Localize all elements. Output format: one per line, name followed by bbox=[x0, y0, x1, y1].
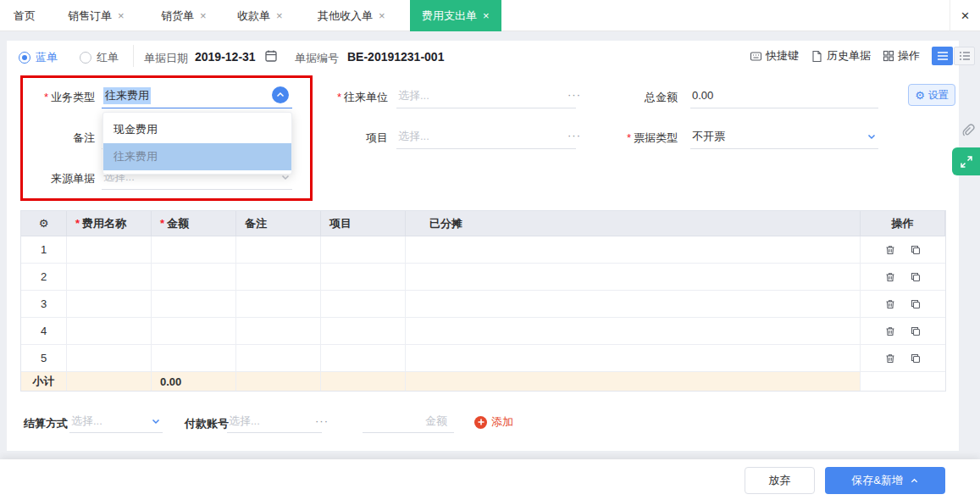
view-toggle-detail[interactable] bbox=[954, 47, 975, 65]
tab-expense-payment-active[interactable]: 费用支出单× bbox=[410, 0, 501, 31]
cell-remark[interactable] bbox=[236, 291, 321, 317]
cell-project[interactable] bbox=[321, 264, 406, 290]
cell-allocated bbox=[406, 264, 861, 290]
add-payment-button[interactable]: 添加 bbox=[474, 414, 513, 430]
payment-account-more-icon[interactable]: ··· bbox=[315, 414, 329, 427]
business-type-select[interactable]: 往来费用 bbox=[102, 83, 292, 108]
header-text: 金额 bbox=[167, 216, 189, 231]
partner-placeholder: 选择... bbox=[398, 88, 429, 103]
copy-row-icon[interactable] bbox=[910, 298, 922, 310]
cell-amount[interactable] bbox=[152, 345, 236, 371]
paperclip-attachment-icon[interactable] bbox=[961, 123, 976, 138]
invoice-type-select[interactable]: 不开票 bbox=[690, 124, 878, 149]
cell-expense-name[interactable] bbox=[67, 264, 152, 290]
view-toggle-list-active[interactable] bbox=[932, 47, 953, 65]
payment-amount-input[interactable]: 金额 bbox=[363, 409, 454, 433]
tab-receipt[interactable]: 收款单× bbox=[237, 0, 283, 31]
save-and-new-button[interactable]: 保存&新增 bbox=[825, 467, 945, 494]
tab-close-icon[interactable]: × bbox=[379, 9, 385, 22]
tab-sales-order[interactable]: 销售订单× bbox=[68, 0, 125, 31]
tab-bar: 首页 销售订单× 销货单× 收款单× 其他收入单× 费用支出单× × bbox=[0, 0, 980, 31]
cell-project[interactable] bbox=[321, 318, 406, 344]
partner-label: *往来单位 bbox=[327, 91, 388, 104]
settlement-method-select[interactable]: 选择... bbox=[69, 409, 163, 433]
tab-other-income[interactable]: 其他收入单× bbox=[318, 0, 385, 31]
cell-remark[interactable] bbox=[236, 318, 321, 344]
tab-close-icon[interactable]: × bbox=[483, 9, 490, 22]
tab-close-icon[interactable]: × bbox=[200, 9, 207, 22]
delete-row-icon[interactable] bbox=[884, 298, 896, 310]
column-settings-gear-icon[interactable]: ⚙ bbox=[21, 211, 67, 236]
required-mark: * bbox=[44, 91, 48, 103]
radio-selected-icon[interactable] bbox=[19, 52, 30, 64]
copy-row-icon[interactable] bbox=[910, 353, 922, 364]
dropdown-option-transaction-expense[interactable]: 往来费用 bbox=[103, 143, 291, 170]
payment-amount-placeholder: 金额 bbox=[425, 414, 447, 429]
project-more-icon[interactable]: ··· bbox=[568, 129, 581, 142]
history-docs-button[interactable]: 历史单据 bbox=[811, 48, 871, 64]
cell-project[interactable] bbox=[321, 291, 406, 317]
settings-button[interactable]: ⚙ 设置 bbox=[908, 84, 955, 106]
tab-home[interactable]: 首页 bbox=[14, 0, 36, 31]
cell-expense-name[interactable] bbox=[67, 345, 152, 371]
radio-red-doc[interactable]: 红单 bbox=[80, 50, 119, 65]
dropdown-option-cash-expense[interactable]: 现金费用 bbox=[103, 116, 291, 143]
total-amount-field[interactable]: 0.00 bbox=[690, 83, 878, 108]
doc-date-label: 单据日期 bbox=[144, 51, 188, 66]
tab-close-icon[interactable]: × bbox=[276, 9, 283, 22]
delete-row-icon[interactable] bbox=[884, 325, 896, 337]
tab-close-icon[interactable]: × bbox=[118, 9, 125, 22]
cell-expense-name[interactable] bbox=[67, 236, 152, 263]
calendar-icon[interactable] bbox=[264, 49, 278, 63]
cell-project[interactable] bbox=[321, 345, 406, 371]
delete-row-icon[interactable] bbox=[884, 271, 896, 283]
radio-unselected-icon[interactable] bbox=[80, 52, 91, 64]
cell-amount[interactable] bbox=[152, 291, 236, 317]
delete-row-icon[interactable] bbox=[884, 244, 896, 256]
cell-allocated bbox=[406, 236, 861, 263]
copy-row-icon[interactable] bbox=[910, 244, 922, 256]
radio-red-label[interactable]: 红单 bbox=[97, 50, 119, 65]
expand-fullscreen-icon[interactable] bbox=[952, 147, 980, 175]
radio-blue-label[interactable]: 蓝单 bbox=[36, 50, 58, 65]
chevron-down-icon[interactable] bbox=[866, 131, 877, 142]
required-mark: * bbox=[627, 131, 631, 144]
settings-label: 设置 bbox=[928, 88, 949, 103]
doc-number-label: 单据编号 bbox=[295, 51, 339, 66]
business-type-dropdown: 现金费用 往来费用 bbox=[102, 112, 292, 175]
actions-button[interactable]: 操作 bbox=[883, 48, 920, 64]
doc-date-value[interactable]: 2019-12-31 bbox=[195, 50, 256, 64]
shortcuts-button[interactable]: 快捷键 bbox=[750, 48, 799, 64]
header-text: 操作 bbox=[892, 216, 914, 231]
close-all-icon[interactable]: × bbox=[950, 0, 980, 31]
cell-amount[interactable] bbox=[152, 318, 236, 344]
cell-amount[interactable] bbox=[152, 236, 236, 263]
cell-expense-name[interactable] bbox=[67, 291, 152, 317]
row-number: 4 bbox=[21, 318, 67, 344]
cell-project[interactable] bbox=[321, 236, 406, 263]
footer-action-bar: 放弃 保存&新增 bbox=[0, 459, 980, 500]
label-text: 项目 bbox=[366, 131, 388, 144]
cell-expense-name[interactable] bbox=[67, 318, 152, 344]
copy-row-icon[interactable] bbox=[910, 271, 922, 283]
delete-row-icon[interactable] bbox=[884, 353, 896, 364]
copy-row-icon[interactable] bbox=[910, 325, 922, 337]
doc-number-value[interactable]: BE-20191231-001 bbox=[347, 50, 444, 64]
chevron-up-icon[interactable] bbox=[272, 86, 289, 103]
project-select[interactable]: 选择... bbox=[396, 124, 576, 149]
cell-remark[interactable] bbox=[236, 236, 321, 263]
gear-icon: ⚙ bbox=[915, 89, 925, 102]
radio-blue-doc[interactable]: 蓝单 bbox=[19, 50, 58, 65]
cell-amount[interactable] bbox=[152, 264, 236, 290]
payment-account-select[interactable]: 选择... bbox=[227, 409, 322, 433]
chevron-down-icon[interactable] bbox=[151, 416, 161, 426]
partner-select[interactable]: 选择... bbox=[396, 83, 576, 108]
subtotal-empty bbox=[861, 372, 945, 391]
discard-button[interactable]: 放弃 bbox=[745, 467, 815, 494]
partner-more-icon[interactable]: ··· bbox=[568, 88, 581, 101]
tab-sales-invoice[interactable]: 销货单× bbox=[161, 0, 207, 31]
cell-remark[interactable] bbox=[236, 345, 321, 371]
expense-form-page: 首页 销售订单× 销货单× 收款单× 其他收入单× 费用支出单× × 蓝单 红单… bbox=[0, 0, 980, 500]
cell-remark[interactable] bbox=[236, 264, 321, 290]
table-row: 2 bbox=[21, 264, 945, 291]
